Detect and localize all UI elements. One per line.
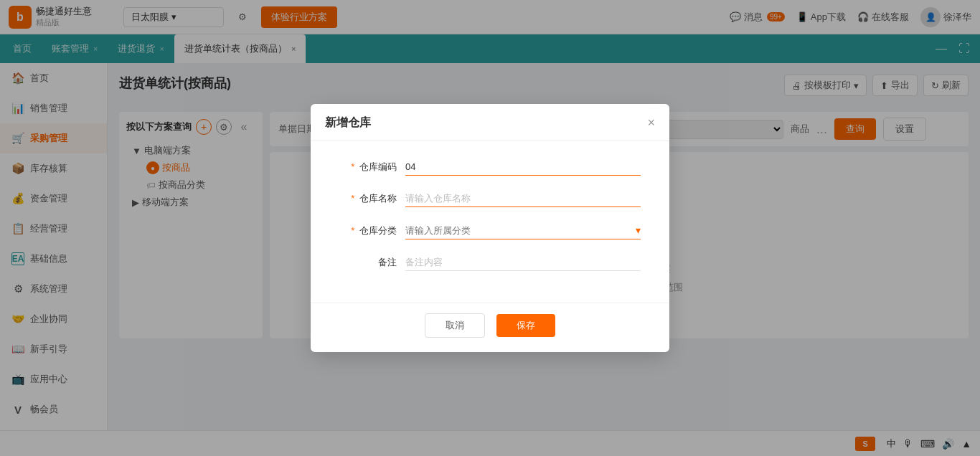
name-input[interactable] [405,190,641,207]
dialog-body: * 仓库编码 * 仓库名称 * 仓库分类 [311,141,669,303]
modal-overlay[interactable]: 新增仓库 × * 仓库编码 * 仓库名称 [0,0,980,456]
dropdown-arrow-icon: ▾ [636,224,641,236]
note-label: 备注 [339,256,397,269]
form-row-name: * 仓库名称 [339,190,641,207]
dialog-footer: 取消 保存 [311,303,669,352]
code-input[interactable] [405,158,641,176]
category-input[interactable] [405,225,636,236]
form-row-note: 备注 [339,254,641,271]
form-row-code: * 仓库编码 [339,158,641,176]
dialog-header: 新增仓库 × [311,104,669,141]
dialog-title: 新增仓库 [325,115,371,130]
form-row-category: * 仓库分类 ▾ [339,222,641,239]
category-select[interactable]: ▾ [405,222,641,239]
save-button[interactable]: 保存 [496,314,555,337]
code-label: * 仓库编码 [339,161,397,174]
category-label: * 仓库分类 [339,224,397,237]
note-input[interactable] [405,254,641,271]
close-dialog-button[interactable]: × [647,115,655,130]
cancel-button[interactable]: 取消 [425,313,485,338]
name-label: * 仓库名称 [339,192,397,205]
new-warehouse-dialog: 新增仓库 × * 仓库编码 * 仓库名称 [311,104,669,352]
